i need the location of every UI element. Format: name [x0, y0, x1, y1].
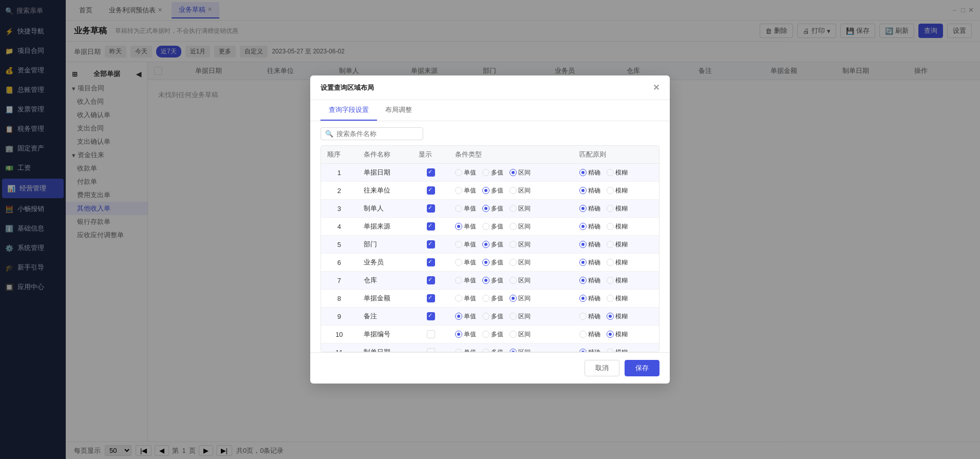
match-fuzzy-radio[interactable]: 模糊 — [607, 186, 628, 195]
type-range-radio[interactable]: 区间 — [510, 348, 531, 353]
td-show[interactable] — [412, 254, 449, 272]
match-fuzzy-radio[interactable]: 模糊 — [607, 276, 628, 285]
td-show[interactable] — [412, 200, 449, 218]
radio-label: 精确 — [588, 222, 600, 231]
radio-circle — [607, 349, 614, 352]
dialog-save-button[interactable]: 保存 — [625, 360, 659, 376]
match-exact-radio[interactable]: 精确 — [579, 330, 600, 339]
type-range-radio[interactable]: 区间 — [510, 312, 531, 321]
match-exact-radio[interactable]: 精确 — [579, 258, 600, 267]
match-fuzzy-radio[interactable]: 模糊 — [607, 204, 628, 213]
radio-label: 精确 — [588, 258, 600, 267]
type-single-radio[interactable]: 单值 — [455, 222, 476, 231]
condition-search-input[interactable] — [336, 130, 413, 138]
type-range-radio[interactable]: 区间 — [510, 186, 531, 195]
td-name: 部门 — [357, 236, 413, 254]
type-range-radio[interactable]: 区间 — [510, 168, 531, 177]
match-exact-radio[interactable]: 精确 — [579, 168, 600, 177]
match-fuzzy-radio[interactable]: 模糊 — [607, 330, 628, 339]
type-multi-radio[interactable]: 多值 — [482, 276, 503, 285]
radio-label: 区间 — [518, 330, 531, 339]
type-single-radio[interactable]: 单值 — [455, 276, 476, 285]
show-checkbox[interactable] — [427, 330, 435, 338]
match-fuzzy-radio[interactable]: 模糊 — [607, 294, 628, 303]
show-checkbox[interactable] — [427, 222, 435, 231]
show-checkbox[interactable] — [427, 348, 435, 352]
type-single-radio[interactable]: 单值 — [455, 294, 476, 303]
radio-label: 精确 — [588, 348, 600, 353]
type-single-radio[interactable]: 单值 — [455, 330, 476, 339]
radio-circle — [579, 277, 587, 284]
type-single-radio[interactable]: 单值 — [455, 240, 476, 249]
match-exact-radio[interactable]: 精确 — [579, 222, 600, 231]
type-single-radio[interactable]: 单值 — [455, 186, 476, 195]
match-exact-radio[interactable]: 精确 — [579, 240, 600, 249]
show-checkbox[interactable] — [427, 168, 435, 177]
td-show[interactable] — [412, 218, 449, 236]
match-exact-radio[interactable]: 精确 — [579, 312, 600, 321]
type-range-radio[interactable]: 区间 — [510, 330, 531, 339]
dialog-close-button[interactable]: ✕ — [653, 83, 659, 92]
type-range-radio[interactable]: 区间 — [510, 240, 531, 249]
match-fuzzy-radio[interactable]: 模糊 — [607, 168, 628, 177]
radio-label: 精确 — [588, 294, 600, 303]
show-checkbox[interactable] — [427, 312, 435, 320]
td-show[interactable] — [412, 343, 449, 353]
td-show[interactable] — [412, 326, 449, 343]
type-multi-radio[interactable]: 多值 — [482, 312, 503, 321]
condition-search-box[interactable]: 🔍 — [321, 127, 423, 140]
radio-label: 区间 — [518, 240, 531, 249]
show-checkbox[interactable] — [427, 294, 435, 302]
type-multi-radio[interactable]: 多值 — [482, 348, 503, 353]
type-single-radio[interactable]: 单值 — [455, 168, 476, 177]
type-range-radio[interactable]: 区间 — [510, 294, 531, 303]
dialog-tab-layout[interactable]: 布局调整 — [377, 100, 420, 121]
radio-label: 单值 — [464, 330, 476, 339]
radio-circle — [482, 169, 489, 176]
show-checkbox[interactable] — [427, 240, 435, 248]
td-show[interactable] — [412, 236, 449, 254]
type-multi-radio[interactable]: 多值 — [482, 294, 503, 303]
match-exact-radio[interactable]: 精确 — [579, 204, 600, 213]
col-show: 显示 — [412, 146, 449, 164]
dialog-title: 设置查询区域布局 — [321, 83, 374, 92]
match-fuzzy-radio[interactable]: 模糊 — [607, 348, 628, 353]
radio-circle — [607, 241, 614, 248]
match-fuzzy-radio[interactable]: 模糊 — [607, 258, 628, 267]
td-show[interactable] — [412, 164, 449, 182]
match-exact-radio[interactable]: 精确 — [579, 276, 600, 285]
type-range-radio[interactable]: 区间 — [510, 276, 531, 285]
type-multi-radio[interactable]: 多值 — [482, 204, 503, 213]
dialog-tab-field-settings[interactable]: 查询字段设置 — [321, 100, 377, 121]
td-show[interactable] — [412, 182, 449, 200]
match-exact-radio[interactable]: 精确 — [579, 348, 600, 353]
td-show[interactable] — [412, 308, 449, 326]
dialog-body: 🔍 顺序 条件名称 显示 条件类型 匹配原则 — [310, 121, 670, 352]
type-range-radio[interactable]: 区间 — [510, 258, 531, 267]
type-multi-radio[interactable]: 多值 — [482, 258, 503, 267]
show-checkbox[interactable] — [427, 258, 435, 266]
type-range-radio[interactable]: 区间 — [510, 204, 531, 213]
type-multi-radio[interactable]: 多值 — [482, 222, 503, 231]
type-range-radio[interactable]: 区间 — [510, 222, 531, 231]
type-single-radio[interactable]: 单值 — [455, 204, 476, 213]
cancel-button[interactable]: 取消 — [585, 360, 619, 376]
show-checkbox[interactable] — [427, 186, 435, 195]
td-show[interactable] — [412, 290, 449, 308]
match-fuzzy-radio[interactable]: 模糊 — [607, 222, 628, 231]
match-fuzzy-radio[interactable]: 模糊 — [607, 240, 628, 249]
type-multi-radio[interactable]: 多值 — [482, 168, 503, 177]
type-single-radio[interactable]: 单值 — [455, 312, 476, 321]
type-multi-radio[interactable]: 多值 — [482, 186, 503, 195]
match-exact-radio[interactable]: 精确 — [579, 294, 600, 303]
type-single-radio[interactable]: 单值 — [455, 258, 476, 267]
td-show[interactable] — [412, 272, 449, 290]
type-multi-radio[interactable]: 多值 — [482, 330, 503, 339]
match-fuzzy-radio[interactable]: 模糊 — [607, 312, 628, 321]
type-single-radio[interactable]: 单值 — [455, 348, 476, 353]
radio-circle — [579, 187, 587, 194]
show-checkbox[interactable] — [427, 276, 435, 284]
type-multi-radio[interactable]: 多值 — [482, 240, 503, 249]
match-exact-radio[interactable]: 精确 — [579, 186, 600, 195]
show-checkbox[interactable] — [427, 204, 435, 213]
